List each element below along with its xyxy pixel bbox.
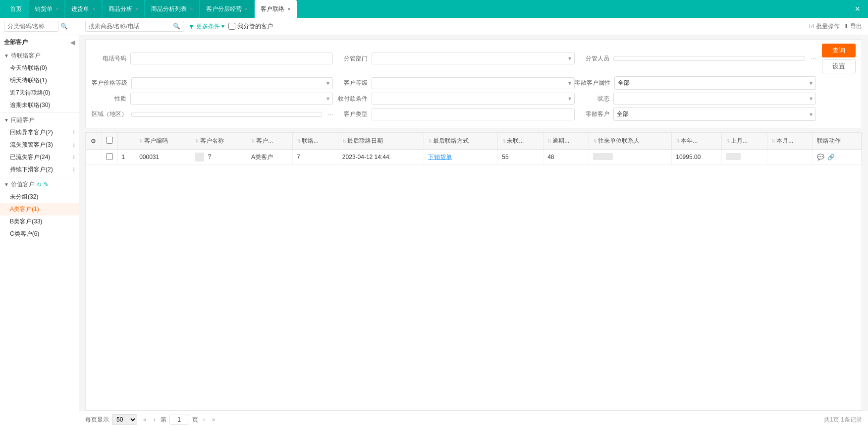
- filter-item-payment: 收付款条件 ▾: [333, 93, 574, 105]
- th-company-contact[interactable]: ⇅往来单位联系人: [589, 133, 672, 150]
- sort-customer-grade-icon: ⇅: [251, 138, 255, 144]
- toolbar-search-input[interactable]: [89, 23, 173, 30]
- th-last-month[interactable]: ⇅上月...: [722, 133, 767, 150]
- sidebar-item-churned[interactable]: 已流失客户(24) ℹ: [0, 151, 79, 163]
- sidebar-item-a-class[interactable]: A类客户(1): [0, 203, 79, 215]
- th-customer-name[interactable]: ⇅客户名称: [191, 133, 247, 150]
- sidebar-section-value[interactable]: ▼ 价值客户 ↻ ✎: [0, 178, 79, 191]
- filter-customer-type-input[interactable]: [372, 108, 574, 120]
- section-value-refresh-icon[interactable]: ↻: [37, 181, 42, 188]
- filter-manager-dots[interactable]: ···: [811, 55, 816, 62]
- th-no-contact-days[interactable]: ⇅未联...: [498, 133, 543, 150]
- sidebar-all-customers-header: 全部客户 ◀: [0, 35, 79, 50]
- sidebar-section-problem[interactable]: ▼ 问题客户: [0, 114, 79, 126]
- footer-pagination: « ‹ 第 页 › »: [141, 415, 217, 425]
- close-customer-tier-tab[interactable]: ×: [245, 6, 248, 12]
- nav-tab-customer-tier-label: 客户分层经营: [206, 5, 242, 13]
- th-this-year[interactable]: ⇅本年...: [672, 133, 722, 150]
- filter-status-select[interactable]: ▾: [613, 93, 816, 105]
- sidebar-section-pending[interactable]: ▼ 待联络客户: [0, 50, 79, 62]
- table-select-all-checkbox[interactable]: [106, 137, 113, 144]
- toolbar-right-actions: ☑ 批量操作 ⬆ 导出: [809, 22, 862, 31]
- th-contact-count[interactable]: ⇅联络...: [292, 133, 338, 150]
- action-link-icon[interactable]: 🔗: [827, 154, 835, 160]
- sidebar-item-7days[interactable]: 近7天待联络(0): [0, 87, 79, 99]
- close-all-tabs-button[interactable]: ×: [851, 4, 864, 14]
- td-overdue-days: 48: [543, 150, 589, 165]
- filter-retail-attr-select[interactable]: 全部 ▾: [614, 76, 816, 90]
- section-value-edit-icon[interactable]: ✎: [44, 181, 49, 188]
- th-settings[interactable]: ⚙: [86, 133, 102, 150]
- filter-retail-customer-select[interactable]: 全部 ▾: [613, 107, 816, 121]
- nav-tab-sales[interactable]: 销货单 ×: [29, 0, 64, 18]
- filter-retail-customer-value: 全部: [617, 110, 629, 118]
- filter-payment-select[interactable]: ▾: [372, 93, 574, 105]
- sidebar-item-b-class[interactable]: B类客户(33): [0, 215, 79, 228]
- close-purchase-tab[interactable]: ×: [92, 6, 95, 12]
- page-size-select[interactable]: 50 100: [112, 414, 137, 425]
- td-checkbox: [102, 150, 117, 165]
- sidebar-search-icon[interactable]: 🔍: [60, 23, 68, 30]
- filter-row-3: 性质 ▾ 收付款条件 ▾ 状态: [92, 93, 856, 105]
- close-customer-contact-tab[interactable]: ×: [287, 6, 290, 12]
- export-button[interactable]: ⬆ 导出: [844, 22, 862, 31]
- page-next-button[interactable]: ›: [201, 415, 207, 424]
- filter-phone-input[interactable]: [130, 53, 333, 64]
- filter-dept-select[interactable]: ▾: [372, 53, 574, 64]
- sidebar-item-today[interactable]: 今天待联络(0): [0, 62, 79, 74]
- toolbar-search-icon[interactable]: 🔍: [173, 23, 180, 30]
- sidebar-item-churn-warning[interactable]: 流失预警客户(3) ℹ: [0, 139, 79, 151]
- more-filter-button[interactable]: ▼ 更多条件 ▾: [188, 22, 224, 31]
- th-customer-grade[interactable]: ⇅客户...: [247, 133, 293, 150]
- sidebar-item-declining[interactable]: 持续下滑客户(2) ℹ: [0, 163, 79, 176]
- section-value-label: 价值客户: [11, 180, 35, 189]
- close-product-list-tab[interactable]: ×: [190, 6, 193, 12]
- sort-contact-count-icon: ⇅: [297, 138, 301, 144]
- td-last-contact-method[interactable]: 下销货单: [424, 150, 498, 165]
- sidebar-item-overdue[interactable]: 逾期未联络(30): [0, 99, 79, 111]
- table-row: 1 000031 ? A类客户 7 2023-04-12 14:44: 下销货单…: [86, 150, 862, 165]
- page-first-button[interactable]: «: [141, 415, 149, 424]
- td-contact-count: 7: [292, 150, 338, 165]
- setting-button[interactable]: 设置: [822, 59, 856, 73]
- nav-tab-purchase[interactable]: 进货单 ×: [65, 0, 101, 18]
- nav-tab-customer-tier[interactable]: 客户分层经营 ×: [200, 0, 254, 18]
- action-chat-icon[interactable]: 💬: [817, 154, 824, 160]
- row-checkbox[interactable]: [106, 153, 113, 160]
- batch-ops-button[interactable]: ☑ 批量操作: [809, 22, 840, 31]
- filter-region-dots[interactable]: ···: [328, 111, 333, 118]
- query-button[interactable]: 查询: [822, 44, 856, 57]
- sidebar-item-tomorrow[interactable]: 明天待联络(1): [0, 74, 79, 87]
- last-contact-method-link[interactable]: 下销货单: [428, 154, 452, 160]
- section-pending-label: 待联络客户: [11, 52, 41, 60]
- page-number-input[interactable]: [169, 415, 189, 425]
- th-overdue-days[interactable]: ⇅逾期...: [543, 133, 589, 150]
- page-prev-button[interactable]: ‹: [152, 415, 158, 424]
- td-actions: 💬 🔗: [813, 150, 862, 165]
- th-this-month[interactable]: ⇅本月...: [767, 133, 813, 150]
- th-last-contact-date[interactable]: ⇅最后联络日期: [338, 133, 424, 150]
- close-sales-tab[interactable]: ×: [55, 6, 58, 12]
- filter-nature-select[interactable]: ▾: [130, 93, 333, 105]
- th-customer-code[interactable]: ⇅客户编码: [135, 133, 191, 150]
- footer: 每页显示 50 100 « ‹ 第 页 › » 共1页 1条记录: [79, 411, 868, 428]
- page-last-button[interactable]: »: [210, 415, 217, 424]
- nav-tab-home[interactable]: 首页: [4, 0, 28, 18]
- filter-manager-select[interactable]: [613, 56, 805, 61]
- filter-price-grade-select[interactable]: ▾: [131, 77, 333, 89]
- nav-tab-product-list[interactable]: 商品分析列表 ×: [145, 0, 199, 18]
- filter-customer-grade-select[interactable]: ▾: [372, 77, 574, 89]
- batch-ops-checkbox-icon: ☑: [809, 23, 814, 30]
- close-product-analysis-tab[interactable]: ×: [135, 6, 138, 12]
- th-last-contact-method[interactable]: ⇅最后联络方式: [424, 133, 498, 150]
- sidebar-collapse-icon[interactable]: ◀: [70, 39, 75, 46]
- sidebar-item-ungrouped[interactable]: 未分组(32): [0, 191, 79, 203]
- sidebar-search-input[interactable]: [4, 21, 58, 32]
- sidebar-item-c-class[interactable]: C类客户(6): [0, 228, 79, 240]
- nav-tab-customer-contact[interactable]: 客户联络 ×: [255, 0, 296, 18]
- my-customer-checkbox[interactable]: [228, 23, 235, 30]
- sidebar-item-repurchase-abnormal[interactable]: 回购异常客户(2) ℹ: [0, 126, 79, 139]
- toolbar-search-box: 🔍: [85, 21, 184, 32]
- nav-tab-product-analysis[interactable]: 商品分析 ×: [103, 0, 144, 18]
- filter-region-select[interactable]: [131, 112, 322, 117]
